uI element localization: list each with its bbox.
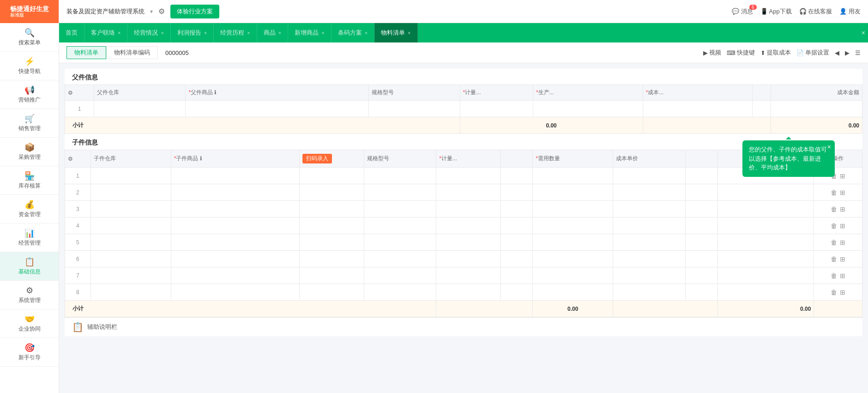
child-delete-icon-7[interactable]: 🗑: [831, 289, 837, 296]
child-warehouse-5[interactable]: [90, 251, 171, 267]
child-product-3[interactable]: [171, 218, 300, 234]
menu-button[interactable]: ☰: [855, 49, 861, 56]
child-unitprice-6[interactable]: [613, 267, 686, 284]
sidebar-item-销售管理[interactable]: 🛒销售管理: [0, 109, 59, 138]
child-product-5[interactable]: [171, 251, 300, 267]
child-copy-icon-6[interactable]: ⊞: [840, 272, 845, 279]
nav-tab-close-7[interactable]: ×: [365, 30, 368, 36]
child-unitprice-0[interactable]: [613, 168, 686, 184]
child-delete-icon-3[interactable]: 🗑: [831, 222, 837, 230]
child-copy-icon-3[interactable]: ⊞: [840, 222, 845, 230]
nav-tab-close-6[interactable]: ×: [321, 30, 324, 36]
child-qty-2[interactable]: [533, 201, 613, 218]
child-unitprice-4[interactable]: [613, 234, 686, 251]
child-product-0[interactable]: [171, 168, 300, 184]
parent-cost-cell[interactable]: [643, 101, 753, 117]
sidebar-item-经营管理[interactable]: 📊经营管理: [0, 224, 59, 252]
child-unit-1[interactable]: [436, 184, 500, 201]
nav-tab-8[interactable]: 物料清单×: [374, 23, 417, 42]
nav-tab-close-8[interactable]: ×: [408, 30, 410, 36]
child-warehouse-0[interactable]: [90, 168, 171, 184]
sidebar-item-系统管理[interactable]: ⚙系统管理: [0, 281, 59, 309]
sidebar-item-新手引导[interactable]: 🎯新手引导: [0, 338, 59, 367]
nav-tab-5[interactable]: 商品×: [257, 23, 288, 42]
child-unit-3[interactable]: [436, 218, 500, 234]
child-spec-2[interactable]: [364, 201, 436, 218]
tooltip-close-button[interactable]: ×: [827, 142, 831, 152]
sidebar-item-快捷导航[interactable]: ⚡快捷导航: [0, 52, 59, 80]
child-unit-6[interactable]: [436, 267, 500, 284]
nav-tab-1[interactable]: 客户联络×: [84, 23, 127, 42]
child-warehouse-6[interactable]: [90, 267, 171, 284]
single-settings-button[interactable]: 📄 单据设置: [796, 48, 829, 57]
child-copy-icon-2[interactable]: ⊞: [840, 206, 845, 213]
online-service[interactable]: 🎧 在线客服: [799, 7, 832, 16]
nav-tab-2[interactable]: 经营情况×: [127, 23, 170, 42]
child-unitprice-2[interactable]: [613, 201, 686, 218]
user-info[interactable]: 👤 用友: [839, 7, 861, 16]
child-warehouse-1[interactable]: [90, 184, 171, 201]
breadcrumb-tab-1[interactable]: 物料清单: [66, 46, 106, 59]
child-product-4[interactable]: [171, 234, 300, 251]
child-warehouse-7[interactable]: [90, 284, 171, 301]
child-qty-6[interactable]: [533, 267, 613, 284]
nav-tab-0[interactable]: 首页: [59, 23, 84, 42]
child-warehouse-3[interactable]: [90, 218, 171, 234]
child-qty-5[interactable]: [533, 251, 613, 267]
child-spec-0[interactable]: [364, 168, 436, 184]
child-qty-3[interactable]: [533, 218, 613, 234]
child-copy-icon-0[interactable]: ⊞: [840, 172, 845, 180]
child-delete-icon-2[interactable]: 🗑: [831, 206, 837, 213]
child-spec-7[interactable]: [364, 284, 436, 301]
sidebar-item-采购管理[interactable]: 📦采购管理: [0, 138, 59, 166]
child-product-6[interactable]: [171, 267, 300, 284]
child-qty-1[interactable]: [533, 184, 613, 201]
child-copy-icon-7[interactable]: ⊞: [840, 289, 845, 296]
child-delete-icon-4[interactable]: 🗑: [831, 239, 837, 246]
child-product-2[interactable]: [171, 201, 300, 218]
child-qty-7[interactable]: [533, 284, 613, 301]
message-wrap[interactable]: 💬 6 消息: [732, 7, 753, 16]
sidebar-item-基础信息[interactable]: 📋基础信息: [0, 252, 59, 281]
nav-next-button[interactable]: ▶: [845, 49, 850, 56]
parent-produce-cell[interactable]: [533, 101, 643, 117]
parent-product-cell[interactable]: [186, 101, 368, 117]
child-spec-3[interactable]: [364, 218, 436, 234]
nav-prev-button[interactable]: ◀: [835, 49, 839, 56]
child-unit-2[interactable]: [436, 201, 500, 218]
nav-tab-close-1[interactable]: ×: [118, 30, 121, 36]
sidebar-item-企业协同[interactable]: 🤝企业协同: [0, 309, 59, 338]
nav-tab-close-3[interactable]: ×: [204, 30, 207, 36]
sidebar-item-营销推广[interactable]: 📢营销推广: [0, 80, 59, 109]
app-download[interactable]: 📱 App下载: [760, 7, 792, 16]
nav-tab-close-4[interactable]: ×: [247, 30, 250, 36]
child-unit-4[interactable]: [436, 234, 500, 251]
nav-tab-close-5[interactable]: ×: [278, 30, 281, 36]
child-unitprice-3[interactable]: [613, 218, 686, 234]
child-warehouse-2[interactable]: [90, 201, 171, 218]
child-copy-icon-1[interactable]: ⊞: [840, 189, 845, 196]
child-col-scan[interactable]: 扫码录入: [300, 150, 364, 168]
child-warehouse-4[interactable]: [90, 234, 171, 251]
extract-cost-button[interactable]: ⬆ 提取成本: [760, 48, 791, 57]
parent-spec-cell[interactable]: [368, 101, 460, 117]
child-unitprice-7[interactable]: [613, 284, 686, 301]
child-spec-4[interactable]: [364, 234, 436, 251]
child-spec-5[interactable]: [364, 251, 436, 267]
view-button[interactable]: ▶ 视频: [703, 48, 721, 57]
parent-warehouse-cell[interactable]: [94, 101, 186, 117]
child-copy-icon-5[interactable]: ⊞: [840, 255, 845, 263]
child-copy-icon-4[interactable]: ⊞: [840, 239, 845, 246]
child-product-1[interactable]: [171, 184, 300, 201]
child-unitprice-5[interactable]: [613, 251, 686, 267]
nav-tab-3[interactable]: 利润报告×: [171, 23, 214, 42]
sidebar-item-资金管理[interactable]: 💰资金管理: [0, 195, 59, 224]
experience-button[interactable]: 体验行业方案: [170, 5, 219, 18]
nav-tab-close-2[interactable]: ×: [161, 30, 163, 36]
settings-icon[interactable]: ⚙: [158, 7, 165, 16]
child-delete-icon-5[interactable]: 🗑: [831, 255, 837, 263]
child-unit-5[interactable]: [436, 251, 500, 267]
breadcrumb-tab-2[interactable]: 物料清单编码: [106, 46, 158, 59]
scan-button[interactable]: 扫码录入: [302, 154, 332, 163]
nav-close-button[interactable]: ×: [859, 29, 868, 36]
